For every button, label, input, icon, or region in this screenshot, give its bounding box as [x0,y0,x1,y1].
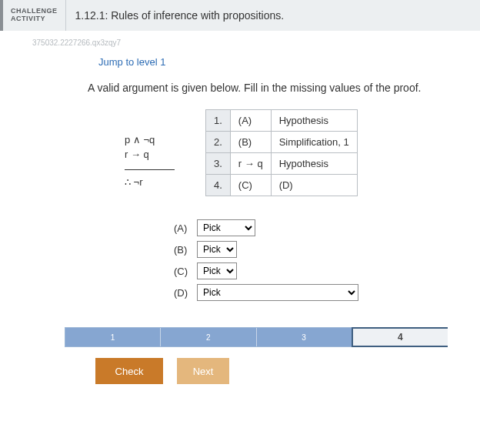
level-step-2[interactable]: 2 [161,328,256,346]
table-row: 2. (B) Simplification, 1 [206,132,358,153]
argument-block: p ∧ ¬q r → q ∴ ¬r [125,109,175,196]
selectors-block: (A) Pick (B) Pick (C) Pick (D) Pick [32,219,480,327]
table-row: 1. (A) Hypothesis [206,110,358,132]
selector-b-label: (B) [174,244,191,256]
selector-c[interactable]: Pick [197,262,237,279]
activity-title: 1.12.1: Rules of inference with proposit… [66,0,294,31]
premise-1: p ∧ ¬q [125,132,175,147]
table-row: 4. (C) (D) [206,175,358,196]
selector-c-label: (C) [174,266,191,277]
level-progress: 1 2 3 4 [65,327,448,347]
selector-b[interactable]: Pick [197,241,237,258]
challenge-label-line2: ACTIVITY [11,15,58,23]
level-step-4[interactable]: 4 [352,327,448,347]
selector-a-label: (A) [174,222,191,234]
row-reason: Simplification, 1 [271,132,357,153]
row-value: r → q [230,153,271,175]
row-reason: (D) [271,175,357,196]
prompt-text: A valid argument is given below. Fill in… [32,82,480,109]
row-value: (C) [230,175,271,196]
selector-d-label: (D) [174,287,191,299]
next-button[interactable]: Next [177,358,229,384]
check-button[interactable]: Check [95,358,163,384]
level-step-1[interactable]: 1 [65,328,161,346]
row-value: (B) [230,132,271,153]
challenge-label: CHALLENGE ACTIVITY [3,0,66,31]
row-number: 3. [206,153,231,175]
hash-code: 375032.2227266.qx3zqy7 [0,31,480,50]
table-row: 3. r → q Hypothesis [206,153,358,175]
level-step-3[interactable]: 3 [257,328,352,346]
row-number: 4. [206,175,231,196]
row-value: (A) [230,110,271,132]
premise-2: r → q [125,147,175,162]
selector-d[interactable]: Pick [197,284,358,301]
row-reason: Hypothesis [271,110,357,132]
selector-a[interactable]: Pick [197,219,255,236]
row-number: 1. [206,110,231,132]
argument-divider [125,169,175,170]
conclusion: ∴ ¬r [125,175,175,189]
activity-header: CHALLENGE ACTIVITY 1.12.1: Rules of infe… [0,0,480,31]
jump-to-level-link[interactable]: Jump to level 1 [32,56,165,82]
row-reason: Hypothesis [271,153,357,175]
row-number: 2. [206,132,231,153]
proof-table: 1. (A) Hypothesis 2. (B) Simplification,… [205,109,358,196]
